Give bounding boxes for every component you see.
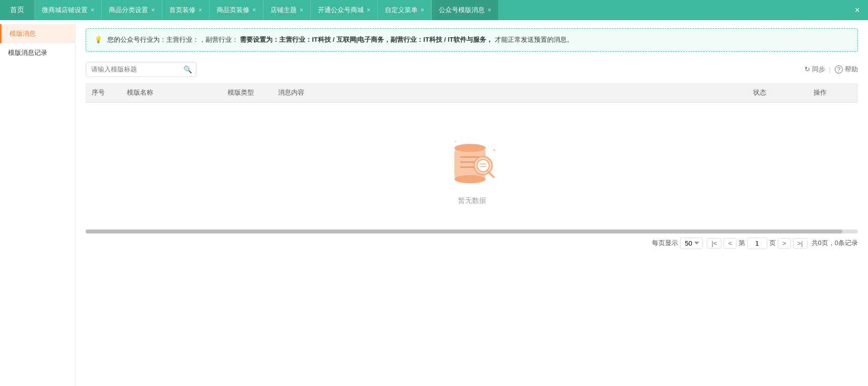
toolbar-row: 🔍 ↻ 同步 | ? 帮助: [86, 62, 858, 77]
tab-close-open-mall[interactable]: ×: [367, 7, 370, 14]
tab-home[interactable]: 首页: [0, 0, 35, 20]
tab-close-product-decoration[interactable]: ×: [252, 7, 256, 14]
help-label: 帮助: [845, 65, 858, 74]
table-head: 序号 模版名称 模版类型 消息内容 状态 操作: [86, 83, 858, 103]
content-area: 💡 您的公众号行业为：主营行业：，副营行业： 需要设置为：主营行业：IT科技 /…: [76, 20, 868, 386]
tab-product-category[interactable]: 商品分类设置 ×: [102, 0, 162, 20]
tab-close-custom-menu[interactable]: ×: [421, 7, 424, 14]
sync-icon: ↻: [805, 65, 810, 73]
tab-custom-menu[interactable]: 自定义菜单 ×: [378, 0, 432, 20]
tab-close-home-decoration[interactable]: ×: [198, 7, 202, 14]
notice-prefix: 您的公众号行业为：主营行业：，副营行业：: [107, 36, 238, 43]
notice-suffix: 才能正常发送预置的消息。: [495, 36, 573, 43]
help-button[interactable]: ? 帮助: [835, 65, 858, 74]
page-size-selector: 每页显示 50 20 10: [652, 238, 703, 249]
tab-bar: 首页 微商城店铺设置 × 商品分类设置 × 首页装修 × 商品页装修 × 店铺主…: [0, 0, 868, 20]
sidebar-item-template-message-record[interactable]: 模版消息记录: [0, 43, 75, 62]
svg-text:✦: ✦: [492, 147, 496, 153]
tab-product-decoration[interactable]: 商品页装修 ×: [210, 0, 263, 20]
page-label: 第: [739, 239, 745, 248]
svg-point-8: [477, 160, 489, 172]
col-header-status: 状态: [747, 83, 808, 103]
svg-point-3: [454, 175, 486, 183]
tab-home-decoration[interactable]: 首页装修 ×: [162, 0, 210, 20]
col-header-action: 操作: [808, 83, 858, 103]
page-size-label: 每页显示: [652, 239, 678, 248]
tab-template-msg[interactable]: 公众号模版消息 ×: [432, 0, 499, 20]
sync-label: 同步: [812, 65, 825, 74]
svg-text:✦: ✦: [454, 139, 457, 144]
data-table: 序号 模版名称 模版类型 消息内容 状态 操作: [86, 83, 858, 225]
search-area: 🔍: [86, 62, 196, 77]
tab-product-decoration-label: 商品页装修: [217, 6, 249, 15]
pagination-row: 每页显示 50 20 10 |< < 第 页 > >| 共0页，0条记录: [86, 238, 858, 249]
toolbar-actions: ↻ 同步 | ? 帮助: [805, 65, 858, 74]
page-input[interactable]: [747, 238, 767, 249]
col-header-name: 模版名称: [121, 83, 222, 103]
table-empty-row: ✦ ✦ 暂无数据: [86, 102, 858, 225]
empty-state-icon: ✦ ✦: [442, 133, 502, 188]
tab-shop-theme-label: 店铺主题: [271, 6, 297, 15]
tab-shop-theme[interactable]: 店铺主题 ×: [263, 0, 311, 20]
horizontal-scrollbar[interactable]: [86, 229, 858, 234]
empty-state: ✦ ✦ 暂无数据: [86, 103, 858, 225]
notice-highlight: 需要设置为：主营行业：IT科技 / 互联网|电子商务，副营行业：IT科技 / I…: [240, 36, 493, 43]
tab-product-category-label: 商品分类设置: [109, 6, 148, 15]
col-header-seq: 序号: [86, 83, 121, 103]
col-header-content: 消息内容: [272, 83, 747, 103]
tab-close-product-category[interactable]: ×: [151, 7, 155, 14]
svg-line-9: [488, 172, 494, 177]
tab-template-msg-label: 公众号模版消息: [439, 6, 485, 15]
next-page-button[interactable]: >: [778, 238, 791, 249]
search-input[interactable]: [86, 62, 179, 76]
sidebar: 模版消息 模版消息记录: [0, 20, 76, 386]
tab-wechat-shop-label: 微商城店铺设置: [42, 6, 88, 15]
svg-point-2: [454, 144, 486, 152]
search-button[interactable]: 🔍: [179, 62, 196, 76]
empty-text: 暂无数据: [458, 196, 486, 205]
table-body: ✦ ✦ 暂无数据: [86, 102, 858, 225]
sidebar-item-template-message-label: 模版消息: [10, 30, 36, 37]
sidebar-item-template-message-record-label: 模版消息记录: [8, 49, 47, 56]
help-icon: ?: [835, 65, 843, 73]
sync-button[interactable]: ↻ 同步: [805, 65, 825, 74]
page-size-select[interactable]: 50 20 10: [680, 238, 703, 249]
page-label2: 页: [769, 239, 776, 248]
tab-close-shop-theme[interactable]: ×: [300, 7, 303, 14]
tab-home-decoration-label: 首页装修: [169, 6, 195, 15]
sidebar-item-template-message[interactable]: 模版消息: [0, 24, 75, 43]
scrollbar-thumb[interactable]: [86, 229, 842, 234]
prev-page-button[interactable]: <: [723, 238, 737, 249]
notice-lightbulb-icon: 💡: [94, 36, 102, 43]
tab-open-mall-label: 开通公众号商城: [318, 6, 364, 15]
table-header-row: 序号 模版名称 模版类型 消息内容 状态 操作: [86, 83, 858, 103]
tab-open-mall[interactable]: 开通公众号商城 ×: [311, 0, 378, 20]
search-icon: 🔍: [183, 65, 192, 73]
col-header-type: 模版类型: [222, 83, 272, 103]
tab-close-wechat-shop[interactable]: ×: [91, 7, 94, 14]
first-page-button[interactable]: |<: [707, 238, 721, 249]
tab-home-label: 首页: [10, 6, 24, 15]
page-total-info: 共0页，0条记录: [812, 239, 858, 248]
tab-custom-menu-label: 自定义菜单: [385, 6, 418, 15]
notice-box: 💡 您的公众号行业为：主营行业：，副营行业： 需要设置为：主营行业：IT科技 /…: [86, 28, 858, 52]
main-layout: 模版消息 模版消息记录 💡 您的公众号行业为：主营行业：，副营行业： 需要设置为…: [0, 20, 868, 386]
global-close-button[interactable]: ×: [846, 0, 868, 20]
tab-close-template-msg[interactable]: ×: [488, 7, 491, 14]
page-nav: |< < 第 页 > >|: [707, 238, 807, 249]
toolbar-divider: |: [829, 65, 831, 73]
tab-wechat-shop[interactable]: 微商城店铺设置 ×: [35, 0, 102, 20]
last-page-button[interactable]: >|: [793, 238, 808, 249]
